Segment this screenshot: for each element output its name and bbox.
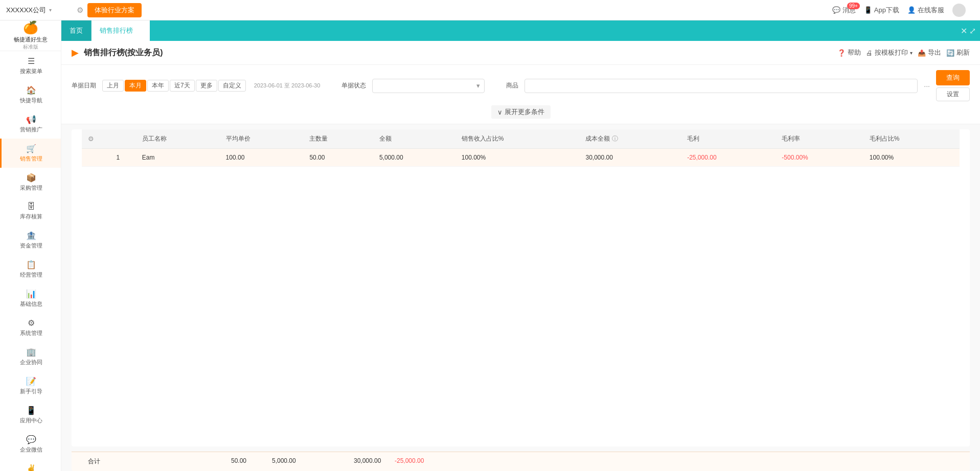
page-title: 销售排行榜(按业务员) (84, 48, 163, 58)
template-print-btn[interactable]: 🖨 按模板打印 ▾ (866, 48, 913, 57)
page-content: ▶ 销售排行榜(按业务员) ❓ 帮助 🖨 按模板打印 ▾ 📤 (61, 41, 980, 471)
footer-cost: 30,000.00 (354, 457, 395, 466)
sidebar-item-guide[interactable]: 📝 新手引导 (0, 371, 61, 400)
footer-amount: 5,000.00 (272, 457, 313, 466)
sidebar-item-quick-nav[interactable]: 🏠 快捷导航 (0, 80, 61, 109)
goods-input[interactable] (525, 79, 918, 93)
back-arrow-icon[interactable]: ▶ (72, 47, 79, 58)
page-actions: ❓ 帮助 🖨 按模板打印 ▾ 📤 导出 🔄 刷新 (837, 48, 970, 57)
gear-icon[interactable]: ⚙ (77, 6, 83, 15)
refresh-btn[interactable]: 🔄 刷新 (946, 48, 970, 57)
help-label: 帮助 (848, 48, 861, 57)
goods-more-icon[interactable]: ··· (924, 82, 930, 90)
col-settings[interactable]: ⚙ (82, 129, 100, 149)
td-name: Eam (136, 149, 220, 167)
sidebar-label-basic: 基础信息 (20, 300, 42, 308)
table-header-row: ⚙ 员工名称 平均单价 主数量 全额 销售收入占比% 成本全额 ⓘ 毛利 (82, 129, 960, 149)
company-selector[interactable]: XXXXXX公司 ▾ (6, 6, 73, 15)
col-rank (100, 129, 136, 149)
tab-close-all-icon[interactable]: ✕ (961, 26, 967, 36)
template-print-label: 按模板打印 (875, 48, 908, 57)
service-btn[interactable]: 👤 在线客服 (907, 6, 944, 15)
settings-btn[interactable]: 设置 (936, 87, 970, 101)
period-btn-prev-month[interactable]: 上月 (102, 80, 124, 92)
message-btn[interactable]: 💬 消息 99+ (832, 6, 856, 15)
status-select[interactable]: ▾ (372, 79, 485, 93)
sidebar-item-operations[interactable]: 📋 经营管理 (0, 255, 61, 284)
sidebar-item-appstore[interactable]: 📱 应用中心 (0, 400, 61, 430)
sidebar-item-wechat[interactable]: 💬 企业微信 (0, 430, 61, 459)
sidebar-label-quick-nav: 快捷导航 (20, 97, 42, 104)
td-rank: 1 (100, 149, 136, 167)
col-gross: 毛利 (681, 129, 776, 149)
table-footer: 合计 50.00 5,000.00 30,000.00 -25,000.00 (72, 452, 970, 471)
cost-info-icon[interactable]: ⓘ (612, 135, 618, 142)
sidebar-label-operations: 经营管理 (20, 271, 42, 279)
period-btn-this-year[interactable]: 本年 (147, 80, 169, 92)
sidebar-label-inventory: 库存核算 (20, 213, 42, 220)
sidebar-label-system: 系统管理 (20, 329, 42, 337)
enterprise-icon: 🏢 (26, 347, 36, 357)
search-icon: ☰ (28, 56, 35, 66)
main-layout: 🍊 畅捷通好生意 标准版 ☰ 搜索菜单 🏠 快捷导航 📢 营销推广 🛒 销售管理… (0, 20, 980, 471)
appstore-icon: 📱 (26, 406, 36, 415)
period-btn-7days[interactable]: 近7天 (170, 80, 195, 92)
expand-more-btn[interactable]: ∨ 展开更多条件 (491, 105, 551, 119)
app-download-btn[interactable]: 📱 App下载 (864, 6, 899, 15)
query-btn[interactable]: 查询 (936, 70, 970, 85)
finance-icon: 🏦 (26, 231, 36, 240)
avatar[interactable] (952, 4, 966, 17)
goods-filter-label: 商品 (506, 81, 518, 90)
company-name: XXXXXX公司 (6, 6, 46, 15)
purchase-icon: 📦 (26, 173, 36, 183)
logo-text: 畅捷通好生意 (14, 36, 48, 43)
sidebar-item-search[interactable]: ☰ 搜索菜单 (0, 51, 61, 80)
sidebar-logo: 🍊 畅捷通好生意 标准版 (0, 20, 61, 51)
td-amount: 5,000.00 (373, 149, 455, 167)
sidebar-label-purchase: 采购管理 (20, 184, 42, 192)
page-header: ▶ 销售排行榜(按业务员) ❓ 帮助 🖨 按模板打印 ▾ 📤 (61, 41, 980, 65)
sidebar-item-enterprise[interactable]: 🏢 企业协同 (0, 342, 61, 371)
top-bar-right: 💬 消息 99+ 📱 App下载 👤 在线客服 (832, 4, 974, 17)
export-btn[interactable]: 📤 导出 (918, 48, 941, 57)
sidebar-item-inventory[interactable]: 🗄 库存核算 (0, 197, 61, 226)
column-settings-icon[interactable]: ⚙ (88, 135, 94, 143)
service-label: 在线客服 (918, 6, 944, 15)
filter-more: ∨ 展开更多条件 (72, 105, 970, 119)
operations-icon: 📋 (26, 260, 36, 270)
footer-qty: 50.00 (231, 457, 272, 466)
sidebar-item-member[interactable]: ✌ 畅会员 (0, 459, 61, 471)
help-btn[interactable]: ❓ 帮助 (837, 48, 861, 57)
col-avg-price: 平均单价 (220, 129, 304, 149)
table-wrapper: ⚙ 员工名称 平均单价 主数量 全额 销售收入占比% 成本全额 ⓘ 毛利 (72, 129, 970, 446)
sidebar-label-wechat: 企业微信 (20, 446, 42, 454)
sidebar-label-marketing: 营销推广 (20, 126, 42, 133)
status-filter-label: 单据状态 (341, 81, 366, 90)
sidebar-item-finance[interactable]: 🏦 资金管理 (0, 226, 61, 255)
inventory-icon: 🗄 (27, 202, 35, 211)
trial-btn[interactable]: 体验行业方案 (87, 3, 142, 17)
tab-sales-rank[interactable]: 销售排行榜 ✕ (92, 20, 150, 41)
sidebar-item-sales[interactable]: 🛒 销售管理 (0, 139, 61, 168)
message-icon: 💬 (832, 6, 840, 14)
period-btn-custom[interactable]: 自定义 (218, 80, 246, 92)
tab-home[interactable]: 首页 (61, 20, 92, 41)
period-btn-this-month[interactable]: 本月 (125, 80, 146, 92)
sidebar-item-marketing[interactable]: 📢 营销推广 (0, 109, 61, 139)
sidebar: 🍊 畅捷通好生意 标准版 ☰ 搜索菜单 🏠 快捷导航 📢 营销推广 🛒 销售管理… (0, 20, 61, 471)
filter-row-1: 单据日期 上月 本月 本年 近7天 更多 自定义 2023-06-01 至 20… (72, 70, 970, 101)
tab-close-icon[interactable]: ✕ (136, 27, 141, 34)
sidebar-item-system[interactable]: ⚙ 系统管理 (0, 313, 61, 342)
sidebar-item-purchase[interactable]: 📦 采购管理 (0, 168, 61, 197)
sidebar-item-basic[interactable]: 📊 基础信息 (0, 284, 61, 313)
td-settings (82, 149, 100, 167)
col-gross-rate: 毛利率 (776, 129, 863, 149)
table-row: 1 Eam 100.00 50.00 5,000.00 100.00% 30,0… (82, 149, 960, 167)
td-gross-rate: -500.00% (776, 149, 863, 167)
chevron-down-icon: ▾ (49, 7, 52, 13)
tab-expand-icon[interactable]: ⤢ (969, 26, 976, 36)
period-btn-more[interactable]: 更多 (196, 80, 217, 92)
home-icon: 🏠 (26, 85, 36, 95)
content-area: 首页 销售排行榜 ✕ ✕ ⤢ ▶ 销售排行榜(按业务员) ❓ (61, 20, 980, 471)
system-icon: ⚙ (28, 318, 35, 328)
